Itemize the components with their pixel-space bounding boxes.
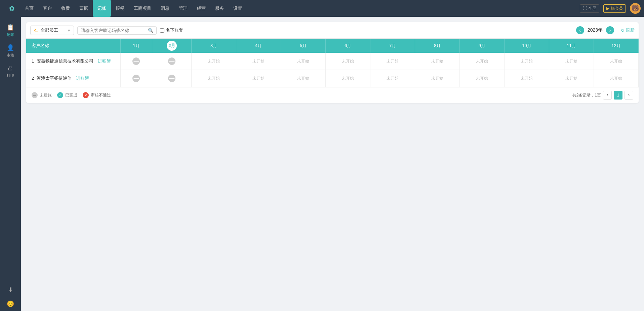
month-cell-4: 未开始 <box>236 70 281 87</box>
not-started-text: 未开始 <box>610 76 622 81</box>
month-cell-10: 未开始 <box>504 70 549 87</box>
fullscreen-button[interactable]: ⛶ 全屏 <box>580 4 599 13</box>
enter-ledger-link[interactable]: 进账簿 <box>76 76 89 81</box>
not-started-text: 未开始 <box>387 59 399 64</box>
not-started-text: 未开始 <box>565 76 577 81</box>
month-cell-3: 未开始 <box>192 53 236 70</box>
fullscreen-icon: ⛶ <box>583 6 587 11</box>
client-index: 2 <box>32 76 34 81</box>
nav-item-business[interactable]: 工商项目 <box>129 0 156 17</box>
legend-completed: ✓ 已完成 <box>57 92 77 98</box>
not-started-circle: — <box>168 57 175 65</box>
not-started-text: 未开始 <box>565 59 577 64</box>
not-started-text: 未开始 <box>431 59 443 64</box>
month-cell-12: 未开始 <box>594 70 638 87</box>
not-started-text: 未开始 <box>297 76 309 81</box>
chevron-down-icon: ▾ <box>68 28 70 33</box>
sidebar-item-bookkeeping[interactable]: 📋 记账 <box>0 20 21 41</box>
sidebar-item-audit[interactable]: 👤 审核 <box>0 41 21 61</box>
bookkeeping-icon: 📋 <box>7 24 14 31</box>
not-started-text: 未开始 <box>297 59 309 64</box>
col-header-name: 客户名称 <box>26 39 120 53</box>
nav-item-tax[interactable]: 报税 <box>111 0 129 17</box>
not-started-text: 未开始 <box>252 59 265 64</box>
nav-item-home[interactable]: 首页 <box>20 0 38 17</box>
main-content: 🏷 全部员工 ▾ 🔍 名下账套 ‹ 2023年 › ↻ 刷新 <box>21 17 644 311</box>
next-page-button[interactable]: › <box>625 91 633 100</box>
month-cell-11: 未开始 <box>549 53 594 70</box>
page-1-button[interactable]: 1 <box>614 91 622 100</box>
month-cell-2: — <box>152 53 192 70</box>
nav-item-settings[interactable]: 设置 <box>229 0 247 17</box>
vip-button[interactable]: ▶ 畅会员 <box>603 4 626 13</box>
col-header-oct: 10月 <box>504 39 549 53</box>
nav-item-invoice[interactable]: 票据 <box>75 0 93 17</box>
refresh-button[interactable]: ↻ 刷新 <box>621 27 635 33</box>
pagination: 共2条记录，1页 ‹ 1 › <box>572 91 633 100</box>
month-cell-1: — <box>120 53 152 70</box>
not-started-text: 未开始 <box>208 59 220 64</box>
nav-item-client[interactable]: 客户 <box>38 0 56 17</box>
search-input[interactable] <box>78 27 145 34</box>
month-cell-10: 未开始 <box>504 53 549 70</box>
next-year-button[interactable]: › <box>606 26 614 34</box>
client-name-cell: 2 漠澳太平畅捷通信 进账簿 <box>26 70 120 87</box>
not-started-text: 未开始 <box>387 76 399 81</box>
prev-year-button[interactable]: ‹ <box>576 26 584 34</box>
refresh-label: 刷新 <box>626 27 635 33</box>
nav-item-operation[interactable]: 经营 <box>192 0 210 17</box>
month-cell-5: 未开始 <box>281 70 326 87</box>
month-cell-8: 未开始 <box>415 53 460 70</box>
month-cell-3: 未开始 <box>192 70 236 87</box>
not-started-circle: — <box>168 75 175 82</box>
sidebar-item-print[interactable]: 🖨 打印 <box>0 61 21 81</box>
not-started-text: 未开始 <box>431 76 443 81</box>
nav-item-bookkeeping[interactable]: 记账 <box>93 0 111 17</box>
enter-ledger-link[interactable]: 进账簿 <box>98 59 111 64</box>
toolbar: 🏷 全部员工 ▾ 🔍 名下账套 ‹ 2023年 › ↻ 刷新 <box>26 22 639 39</box>
month-cell-7: 未开始 <box>370 53 415 70</box>
current-month-circle: 2月 <box>167 41 177 51</box>
content-card: 🏷 全部员工 ▾ 🔍 名下账套 ‹ 2023年 › ↻ 刷新 <box>26 22 639 103</box>
not-built-icon: — <box>32 92 38 98</box>
download-icon: ⬇ <box>8 286 13 294</box>
month-cell-9: 未开始 <box>459 53 504 70</box>
nav-item-manage[interactable]: 管理 <box>174 0 192 17</box>
month-cell-2: — <box>152 70 192 87</box>
legend-not-built-label: 未建账 <box>40 92 52 98</box>
print-icon: 🖨 <box>7 65 13 72</box>
not-started-text: 未开始 <box>476 59 488 64</box>
user-icon: 😊 <box>7 300 14 308</box>
month-cell-9: 未开始 <box>459 70 504 87</box>
nav-item-message[interactable]: 消息 <box>156 0 174 17</box>
my-accounts-checkbox[interactable] <box>160 28 164 33</box>
nav-item-fee[interactable]: 收费 <box>56 0 75 17</box>
legend-rejected: ✕ 审核不通过 <box>83 92 111 98</box>
prev-page-button[interactable]: ‹ <box>603 91 612 100</box>
month-cell-4: 未开始 <box>236 53 281 70</box>
sidebar-item-download[interactable]: ⬇ <box>7 283 14 297</box>
checkbox-text: 名下账套 <box>166 27 183 33</box>
year-nav: ‹ 2023年 › <box>576 26 614 34</box>
not-started-text: 未开始 <box>342 59 354 64</box>
not-started-text: 未开始 <box>342 76 354 81</box>
avatar[interactable]: 🐻 <box>630 3 641 14</box>
nav-item-service[interactable]: 服务 <box>210 0 229 17</box>
not-started-text: 未开始 <box>521 76 533 81</box>
sidebar-item-user[interactable]: 😊 <box>7 297 14 311</box>
employee-select[interactable]: 🏷 全部员工 ▾ <box>30 26 74 35</box>
col-header-dec: 12月 <box>594 39 638 53</box>
col-header-mar: 3月 <box>192 39 236 53</box>
legend-not-built: — 未建账 <box>32 92 52 98</box>
total-records: 共2条记录，1页 <box>572 92 601 98</box>
month-cell-11: 未开始 <box>549 70 594 87</box>
search-button[interactable]: 🔍 <box>145 27 156 34</box>
month-cell-12: 未开始 <box>594 53 638 70</box>
search-input-wrap: 🔍 <box>77 26 157 35</box>
not-started-text: 未开始 <box>521 59 533 64</box>
month-cell-6: 未开始 <box>326 70 370 87</box>
nav-items: 首页 客户 收费 票据 记账 报税 工商项目 消息 管理 经营 服务 设置 <box>20 0 580 17</box>
checkbox-label[interactable]: 名下账套 <box>160 27 183 33</box>
col-header-nov: 11月 <box>549 39 594 53</box>
rejected-icon: ✕ <box>83 92 89 98</box>
